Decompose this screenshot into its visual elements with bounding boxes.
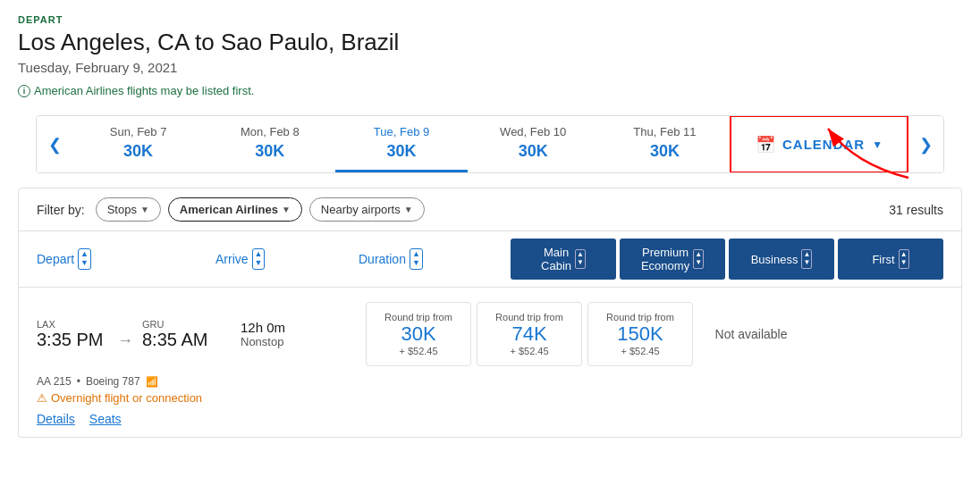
flight-row: LAX 3:35 PM → GRU 8:35 AM 12h 0m Nonstop… [19, 288, 961, 373]
main-cabin-extra: + $52.45 [374, 346, 463, 356]
flight-links: Details Seats [19, 406, 961, 437]
aircraft-type: Boeing 787 [86, 375, 140, 388]
depart-time: 3:35 PM [37, 330, 108, 350]
date-navigation: ❮ Sun, Feb 730KMon, Feb 830KTue, Feb 930… [36, 115, 944, 173]
details-link[interactable]: Details [37, 412, 75, 426]
calendar-icon: 📅 [756, 135, 775, 155]
overnight-label: Overnight flight or connection [51, 391, 202, 405]
calendar-button[interactable]: 📅 CALENDAR ▼ [730, 115, 908, 173]
business-price[interactable]: Round trip from 150K + $52.45 [587, 302, 693, 366]
nearby-airports-filter[interactable]: Nearby airports ▼ [309, 197, 425, 222]
info-icon: i [18, 85, 30, 97]
depart-sort-icon: ▲▼ [78, 248, 91, 270]
notice-bar: i American Airlines flights may be liste… [18, 84, 962, 97]
duration-info: 12h 0m Nonstop [241, 320, 357, 348]
arrive-sort-icon: ▲▼ [252, 248, 266, 270]
day-label: Sun, Feb 7 [80, 125, 197, 138]
day-label: Tue, Feb 9 [342, 125, 460, 138]
flight-results: LAX 3:35 PM → GRU 8:35 AM 12h 0m Nonstop… [18, 288, 962, 438]
business-extra: + $52.45 [596, 346, 685, 356]
duration-sort-label: Duration [359, 252, 406, 266]
depart-sort-label: Depart [37, 252, 74, 266]
date-subtitle: Tuesday, February 9, 2021 [18, 60, 962, 75]
date-tab-3[interactable]: Wed, Feb 1030K [468, 116, 599, 172]
business-round-trip-label: Round trip from [596, 312, 685, 322]
premium-economy-label: PremiumEconomy [641, 246, 689, 272]
tab-price: 30K [606, 142, 723, 161]
calendar-dropdown-icon: ▼ [872, 138, 883, 151]
airline-label: American Airlines [180, 203, 278, 216]
main-round-trip-label: Round trip from [374, 312, 463, 322]
main-cabin-price[interactable]: Round trip from 30K + $52.45 [366, 302, 471, 366]
premium-price[interactable]: Round trip from 74K + $52.45 [477, 302, 582, 366]
seats-link[interactable]: Seats [89, 412, 122, 426]
stops-label: Stops [107, 203, 137, 216]
first-label: First [872, 253, 894, 266]
duration-sort-icon: ▲▼ [410, 248, 423, 270]
depart-airport-code: LAX [37, 319, 108, 330]
date-tab-4[interactable]: Thu, Feb 1130K [599, 116, 731, 172]
airline-filter[interactable]: American Airlines ▼ [168, 197, 302, 222]
overnight-warning: ⚠ Overnight flight or connection [19, 389, 961, 406]
depart-info: LAX 3:35 PM [37, 319, 108, 350]
main-cabin-tab[interactable]: MainCabin ▲▼ [511, 239, 616, 280]
tab-price: 30K [80, 142, 197, 161]
filter-label: Filter by: [37, 203, 85, 217]
results-count: 31 results [889, 203, 943, 217]
day-label: Thu, Feb 11 [606, 125, 723, 138]
wifi-icon: 📶 [146, 376, 158, 388]
route-title: Los Angeles, CA to Sao Paulo, Brazil [18, 29, 962, 56]
stops-info: Nonstop [241, 335, 357, 348]
price-cells: Round trip from 30K + $52.45 Round trip … [366, 302, 804, 366]
premium-extra: + $52.45 [485, 346, 574, 356]
airline-arrow-icon: ▼ [282, 205, 291, 214]
day-label: Wed, Feb 10 [475, 125, 592, 138]
flight-meta-row: AA 215 • Boeing 787 📶 [19, 373, 961, 389]
date-tab-0[interactable]: Sun, Feb 730K [72, 116, 204, 172]
notice-text: American Airlines flights may be listed … [34, 84, 254, 97]
tab-price: 30K [211, 142, 328, 161]
business-tab[interactable]: Business ▲▼ [729, 239, 834, 280]
tab-price: 30K [475, 142, 592, 161]
meta-dot: • [77, 375, 80, 388]
duration-time: 12h 0m [241, 320, 357, 335]
business-label: Business [751, 253, 798, 266]
filter-bar: Filter by: Stops ▼ American Airlines ▼ N… [18, 188, 962, 231]
arrive-sort-label: Arrive [215, 252, 249, 266]
nearby-arrow-icon: ▼ [404, 205, 413, 214]
flight-arrow-icon: → [117, 331, 133, 350]
stops-arrow-icon: ▼ [140, 205, 149, 214]
flight-number: AA 215 [37, 375, 72, 388]
main-cabin-sort-icon: ▲▼ [575, 249, 586, 269]
prev-date-button[interactable]: ❮ [37, 116, 72, 172]
warning-icon: ⚠ [37, 391, 47, 405]
stops-filter[interactable]: Stops ▼ [96, 197, 161, 222]
date-tab-2[interactable]: Tue, Feb 930K [335, 116, 467, 172]
main-cabin-label: MainCabin [541, 246, 571, 272]
tab-price: 30K [342, 142, 460, 161]
depart-label: DEPART [18, 14, 962, 25]
depart-sort[interactable]: Depart ▲▼ [37, 248, 162, 270]
nearby-label: Nearby airports [321, 203, 401, 216]
arrive-time: 8:35 AM [142, 330, 232, 350]
premium-economy-tab[interactable]: PremiumEconomy ▲▼ [620, 239, 725, 280]
main-cabin-amount: 30K [374, 322, 463, 346]
arrive-sort[interactable]: Arrive ▲▼ [215, 248, 332, 270]
first-tab[interactable]: First ▲▼ [838, 239, 943, 280]
business-sort-icon: ▲▼ [801, 249, 812, 269]
arrive-info: GRU 8:35 AM [142, 319, 232, 350]
business-amount: 150K [596, 322, 685, 346]
first-price-na: Not available [698, 302, 804, 366]
first-na-label: Not available [715, 327, 788, 341]
date-tabs: Sun, Feb 730KMon, Feb 830KTue, Feb 930KW… [72, 116, 731, 172]
premium-amount: 74K [485, 322, 574, 346]
duration-sort[interactable]: Duration ▲▼ [359, 248, 475, 270]
arrive-airport-code: GRU [142, 319, 232, 330]
premium-round-trip-label: Round trip from [485, 312, 574, 322]
date-tab-1[interactable]: Mon, Feb 830K [204, 116, 335, 172]
next-date-button[interactable]: ❯ [908, 116, 943, 172]
premium-sort-icon: ▲▼ [693, 249, 704, 269]
day-label: Mon, Feb 8 [211, 125, 328, 138]
calendar-label: CALENDAR [782, 137, 865, 152]
first-sort-icon: ▲▼ [899, 249, 909, 269]
